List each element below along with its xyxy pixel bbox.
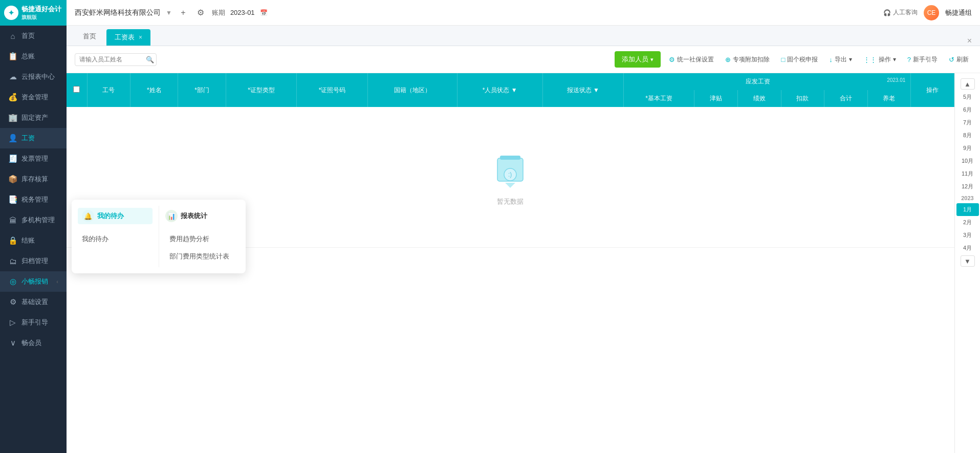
popup-item-dept-cost[interactable]: 部门费用类型统计表 <box>165 248 240 265</box>
svg-rect-1 <box>500 156 520 160</box>
select-all-checkbox[interactable] <box>73 86 80 93</box>
toolbar-social-security[interactable]: ⚙ 统一社保设置 <box>666 53 717 66</box>
toolbar-operations[interactable]: ⋮⋮ 操作 ▾ <box>860 53 899 66</box>
tab-home[interactable]: 首页 <box>75 28 104 46</box>
month-item-12[interactable]: 12月 <box>956 180 979 193</box>
tax-report-label: 固个税申报 <box>787 55 818 64</box>
sidebar-item-xiaochang[interactable]: ◎ 小畅报销 ‹ <box>0 271 67 292</box>
sidebar-item-tax[interactable]: 📑 税务管理 <box>0 189 67 210</box>
toolbar-deduction[interactable]: ⊕ 专项附加扣除 <box>722 53 773 66</box>
logo-text-block: 畅捷通好会计 旗舰版 <box>21 5 61 21</box>
search-icon[interactable]: 🔍 <box>146 56 154 63</box>
popup-title-report: 📊 报表统计 <box>165 208 240 224</box>
month-item-7[interactable]: 7月 <box>956 116 979 129</box>
month-item-4[interactable]: 4月 <box>956 242 979 254</box>
th-employee-no: 工号 <box>87 73 130 107</box>
export-label: 导出 <box>835 55 847 64</box>
month-item-9[interactable]: 9月 <box>956 142 979 155</box>
sidebar-label-report-center: 云报表中心 <box>21 72 55 81</box>
service-label: 人工客询 <box>893 8 918 17</box>
month-item-11[interactable]: 11月 <box>956 167 979 180</box>
deduction-label: 专项附加扣除 <box>733 55 770 64</box>
add-person-btn[interactable]: 添加人员 ▾ <box>615 51 661 68</box>
th-salary-group: 应发工资 2023.01 <box>623 73 910 90</box>
toolbar-guide[interactable]: ? 新手引导 <box>904 53 941 66</box>
service-btn[interactable]: 🎧 人工客询 <box>883 8 918 17</box>
export-icon: ↓ <box>829 56 833 63</box>
sidebar-item-home[interactable]: ⌂ 首页 <box>0 26 67 46</box>
sidebar-label-home: 首页 <box>21 31 35 40</box>
home-icon: ⌂ <box>8 32 17 40</box>
sidebar: ✦ 畅捷通好会计 旗舰版 ⌂ 首页 📋 总账 ☁ 云报表中心 💰 资金管理 🏢 … <box>0 0 67 453</box>
inventory-icon: 📦 <box>8 175 17 184</box>
th-allowance: 津贴 <box>694 90 738 107</box>
sidebar-item-salary[interactable]: 👤 工资 <box>0 128 67 148</box>
popup-menu-inner: 🔔 我的待办 我的待办 📊 报表统计 费用趋势分析 部门费用类型统计表 <box>72 200 246 273</box>
toolbar-tax-report[interactable]: □ 固个税申报 <box>778 53 821 66</box>
month-scroll-down[interactable]: ▼ <box>961 255 975 267</box>
period-value[interactable]: 2023-01 <box>230 9 255 16</box>
refresh-label: 刷新 <box>956 55 969 64</box>
tab-salary[interactable]: 工资表 × <box>106 29 150 46</box>
sidebar-item-member[interactable]: ∨ 畅会员 <box>0 333 67 353</box>
sidebar-item-archive[interactable]: 🗂 归档管理 <box>0 251 67 271</box>
deduction-icon: ⊕ <box>725 56 731 63</box>
company-name: 西安虾米网络科技有限公司 <box>75 8 161 17</box>
popup-item-my-todo[interactable]: 我的待办 <box>78 230 153 248</box>
toolbar-refresh[interactable]: ↺ 刷新 <box>946 53 972 66</box>
month-item-3[interactable]: 3月 <box>956 229 979 242</box>
sidebar-item-guide[interactable]: ▷ 新手引导 <box>0 312 67 333</box>
report-stat-icon: 📊 <box>165 210 178 222</box>
calendar-icon[interactable]: 📅 <box>260 9 268 16</box>
member-icon: ∨ <box>8 338 17 348</box>
guide-icon: ▷ <box>8 318 17 327</box>
toolbar-export[interactable]: ↓ 导出 ▾ <box>826 53 855 66</box>
month-item-1[interactable]: 1月 <box>956 203 979 216</box>
popup-col-todo: 🔔 我的待办 我的待办 <box>72 200 159 273</box>
th-deduction: 扣款 <box>781 90 824 107</box>
month-item-10[interactable]: 10月 <box>956 155 979 167</box>
refresh-icon: ↺ <box>949 56 954 63</box>
month-item-5[interactable]: 5月 <box>956 91 979 103</box>
month-item-2[interactable]: 2月 <box>956 216 979 229</box>
sidebar-item-inventory[interactable]: 📦 库存核算 <box>0 169 67 189</box>
ledger-icon: 📋 <box>8 52 17 61</box>
sidebar-item-invoice[interactable]: 🧾 发票管理 <box>0 148 67 169</box>
toolbar: 🔍 添加人员 ▾ ⚙ 统一社保设置 ⊕ 专项附加扣除 □ 固个税申报 <box>67 46 980 73</box>
tax-report-icon: □ <box>781 56 785 63</box>
sidebar-item-basic[interactable]: ⚙ 基础设置 <box>0 292 67 312</box>
th-operation: 操作 <box>911 73 954 107</box>
month-scroll-up[interactable]: ▲ <box>961 78 975 90</box>
sidebar-label-member: 畅会员 <box>21 338 41 348</box>
sidebar-label-guide: 新手引导 <box>21 318 48 327</box>
sidebar-item-report-center[interactable]: ☁ 云报表中心 <box>0 67 67 87</box>
sidebar-label-fixed-assets: 固定资产 <box>21 113 48 122</box>
asset-icon: 🏢 <box>8 113 17 122</box>
sidebar-item-fixed-assets[interactable]: 🏢 固定资产 <box>0 107 67 128</box>
add-company-btn[interactable]: + <box>177 7 189 19</box>
guide-label: 新手引导 <box>913 55 938 64</box>
th-checkbox <box>67 73 87 107</box>
sidebar-item-general-ledger[interactable]: 📋 总账 <box>0 46 67 67</box>
sidebar-label-closing: 结账 <box>21 236 35 245</box>
popup-item-cost-trend[interactable]: 费用趋势分析 <box>165 230 240 248</box>
sidebar-item-fund[interactable]: 💰 资金管理 <box>0 87 67 107</box>
month-sidebar: ▲ 5月 6月 7月 8月 9月 10月 11月 12月 2023 1月 2月 … <box>954 73 980 453</box>
todo-title-label: 我的待办 <box>97 211 124 221</box>
search-input[interactable] <box>79 56 146 63</box>
sidebar-item-closing[interactable]: 🔒 结账 <box>0 230 67 251</box>
month-item-8[interactable]: 8月 <box>956 129 979 142</box>
settings-btn[interactable]: ⚙ <box>194 7 207 19</box>
company-dropdown-icon[interactable]: ▼ <box>166 9 172 16</box>
window-close-btn[interactable]: × <box>967 36 972 46</box>
sidebar-item-multi-org[interactable]: 🏛 多机构管理 <box>0 210 67 230</box>
tab-close-salary[interactable]: × <box>139 34 142 41</box>
toolbar-right: 添加人员 ▾ ⚙ 统一社保设置 ⊕ 专项附加扣除 □ 固个税申报 ↓ 导出 <box>615 51 972 68</box>
th-dept: *部门 <box>178 73 226 107</box>
sidebar-label-archive: 归档管理 <box>21 256 48 266</box>
fund-icon: 💰 <box>8 93 17 102</box>
month-item-6[interactable]: 6月 <box>956 103 979 116</box>
th-pension: 养老 <box>867 90 911 107</box>
todo-icon: 🔔 <box>82 210 94 222</box>
operations-label: 操作 <box>879 55 891 64</box>
